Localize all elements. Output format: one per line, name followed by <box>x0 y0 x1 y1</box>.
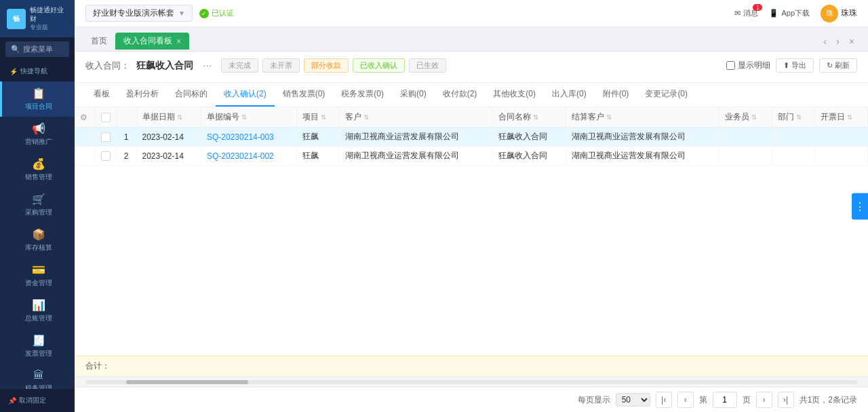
select-all-checkbox[interactable] <box>101 113 111 122</box>
tab-home[interactable]: 首页 <box>85 33 113 50</box>
avatar: 珠 <box>821 5 838 22</box>
row2-number[interactable]: SQ-20230214-002 <box>201 147 297 166</box>
show-detail-checkbox-label[interactable]: 显示明细 <box>726 58 770 73</box>
total-label: 合计： <box>85 360 110 372</box>
sort-project-icon[interactable]: ⇅ <box>321 113 326 121</box>
app-logo-icon: 畅 <box>7 9 26 29</box>
row1-number-link[interactable]: SQ-20230214-003 <box>207 132 274 142</box>
content-header: 收入合同： 狂飙收入合同 ··· 未完成 未开票 部分收款 已收入确认 已生效 … <box>75 52 868 83</box>
th-date: 单据日期 ⇅ <box>136 107 201 128</box>
certified-icon: ✓ <box>199 9 209 18</box>
scroll-thumb[interactable] <box>126 380 248 384</box>
sidebar-item-invoice[interactable]: 🧾 发票管理 <box>0 329 75 364</box>
table-row[interactable]: 2 2023-02-14 SQ-20230214-002 狂飙 湖南卫视商业运营… <box>75 147 868 166</box>
sidebar-item-inventory[interactable]: 📦 库存核算 <box>0 223 75 258</box>
th-seq <box>116 107 136 128</box>
page-next-button[interactable]: › <box>756 392 772 408</box>
row1-project: 狂飙 <box>297 128 340 147</box>
app-download-button[interactable]: 📱 App下载 <box>769 8 810 18</box>
tab-progress[interactable]: 合同标的 <box>167 83 216 107</box>
status-tag-partial[interactable]: 部分收款 <box>304 58 349 73</box>
capital-icon: 💳 <box>32 263 45 276</box>
tab-close-icon[interactable]: × <box>176 37 181 46</box>
page-number-input[interactable] <box>713 392 737 408</box>
page-prev-button[interactable]: ‹ <box>677 392 694 408</box>
tab-attachment[interactable]: 附件(0) <box>595 83 637 107</box>
th-open-date: 开票日 ⇅ <box>814 107 867 128</box>
column-settings-icon[interactable]: ⚙ <box>80 113 87 122</box>
th-dept-label: 部门 <box>778 111 794 123</box>
scroll-track[interactable] <box>85 380 857 384</box>
th-number: 单据编号 ⇅ <box>201 107 297 128</box>
page-last-button[interactable]: ›| <box>778 392 794 408</box>
tax-icon: 🏛 <box>33 369 44 381</box>
row1-customer: 湖南卫视商业运营发展有限公司 <box>340 128 492 147</box>
tab-board[interactable]: 看板 <box>85 83 118 107</box>
user-profile[interactable]: 珠 珠珠 <box>821 5 857 22</box>
horizontal-scrollbar[interactable] <box>75 376 868 387</box>
row2-number-link[interactable]: SQ-20230214-002 <box>207 151 274 161</box>
sidebar-item-general[interactable]: 📊 总账管理 <box>0 293 75 329</box>
tab-nav-prev-icon[interactable]: ‹ <box>821 35 829 48</box>
tab-tax-invoice[interactable]: 税务发票(0) <box>333 83 392 107</box>
status-tag-no-invoice[interactable]: 未开票 <box>262 58 300 73</box>
sidebar-item-project[interactable]: 📋 项目合同 <box>0 81 75 117</box>
sidebar-item-marketing[interactable]: 📢 营销推广 <box>0 117 75 152</box>
certified-text: 已认证 <box>212 8 234 18</box>
row2-final-customer: 湖南卫视商业运营发展有限公司 <box>566 147 719 166</box>
tab-contract-board[interactable]: 收入合同看板 × <box>115 33 189 50</box>
status-tag-effective[interactable]: 已生效 <box>409 58 446 73</box>
side-action-panel[interactable]: ⋮ <box>852 193 868 219</box>
pagination: 每页显示 20 50 100 |‹ ‹ 第 页 › ›| 共1页，2条记录 <box>75 387 868 412</box>
sort-contract-name-icon[interactable]: ⇅ <box>533 113 538 121</box>
tab-nav-next-icon[interactable]: › <box>833 35 842 48</box>
refresh-button[interactable]: ↻ 刷新 <box>819 58 857 73</box>
th-check <box>95 107 116 128</box>
sidebar-item-sales[interactable]: 💰 销售管理 <box>0 152 75 187</box>
sort-customer-icon[interactable]: ⇅ <box>363 113 369 121</box>
tab-profit[interactable]: 盈利分析 <box>118 83 167 107</box>
message-button[interactable]: ✉ 消息 1 <box>734 8 758 18</box>
tab-warehouse[interactable]: 出入库(0) <box>544 83 595 107</box>
company-selector[interactable]: 好业财专业版演示帐套 ▼ <box>85 5 193 22</box>
sidebar-item-capital[interactable]: 💳 资金管理 <box>0 258 75 293</box>
home-label: 首页 <box>91 36 107 45</box>
tab-confirm[interactable]: 收入确认(2) <box>216 83 275 107</box>
export-button[interactable]: ⬆ 导出 <box>776 58 814 73</box>
sort-number-icon[interactable]: ⇅ <box>241 113 247 121</box>
tab-payment[interactable]: 收付款(2) <box>435 83 486 107</box>
app-logo-text: 畅捷通好业财 <box>30 5 68 23</box>
sidebar-item-purchase[interactable]: 🛒 采购管理 <box>0 187 75 223</box>
table-row[interactable]: 1 2023-02-14 SQ-20230214-003 狂飙 湖南卫视商业运营… <box>75 128 868 147</box>
show-detail-checkbox[interactable] <box>726 61 735 70</box>
show-detail-label: 显示明细 <box>738 60 770 71</box>
row1-number[interactable]: SQ-20230214-003 <box>201 128 297 147</box>
sort-date-icon[interactable]: ⇅ <box>177 113 182 121</box>
status-tag-incomplete[interactable]: 未完成 <box>221 58 258 73</box>
tab-other[interactable]: 其他收支(0) <box>485 83 544 107</box>
th-number-label: 单据编号 <box>207 111 239 123</box>
page-first-button[interactable]: |‹ <box>656 392 672 408</box>
cancel-pin-button[interactable]: 📌 取消固定 <box>4 393 71 408</box>
row2-check[interactable] <box>95 147 116 166</box>
sidebar-item-tax[interactable]: 🏛 税务管理 <box>0 364 75 389</box>
username-label: 珠珠 <box>841 7 857 19</box>
sort-open-date-icon[interactable]: ⇅ <box>847 113 852 121</box>
search-menu-button[interactable]: 🔍 搜索菜单 <box>5 41 69 57</box>
row2-checkbox[interactable] <box>101 151 111 161</box>
per-page-select[interactable]: 20 50 100 <box>616 393 650 407</box>
th-contract-name: 合同名称 ⇅ <box>492 107 566 128</box>
contract-more-button[interactable]: ··· <box>200 60 214 72</box>
sort-final-customer-icon[interactable]: ⇅ <box>606 113 612 121</box>
status-tag-confirmed[interactable]: 已收入确认 <box>353 58 405 73</box>
row1-check[interactable] <box>95 128 116 147</box>
sort-salesperson-icon[interactable]: ⇅ <box>751 113 757 121</box>
sort-dept-icon[interactable]: ⇅ <box>796 113 802 121</box>
row1-checkbox[interactable] <box>101 132 111 142</box>
tab-sales-invoice[interactable]: 销售发票(0) <box>275 83 334 107</box>
quick-nav-button[interactable]: ⚡ 快捷导航 <box>5 64 69 79</box>
quick-nav-icon: ⚡ <box>9 68 18 75</box>
tab-changes[interactable]: 变更记录(0) <box>637 83 696 107</box>
tab-nav-close-icon[interactable]: × <box>846 35 857 48</box>
tab-purchase[interactable]: 采购(0) <box>392 83 435 107</box>
